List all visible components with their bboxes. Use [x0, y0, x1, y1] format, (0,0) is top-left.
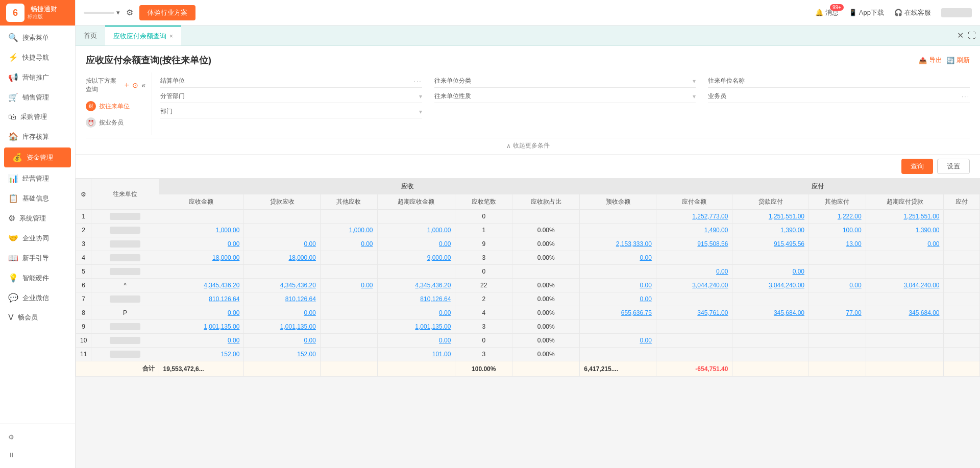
- notification-btn[interactable]: 🔔 消息 99+: [815, 8, 839, 17]
- user-menu[interactable]: [941, 8, 972, 17]
- col-recv-ratio: 应收款占比: [512, 194, 580, 210]
- gear-button[interactable]: ⚙: [126, 8, 133, 17]
- guide-icon: 📖: [8, 253, 18, 263]
- settlement-dots[interactable]: ···: [414, 78, 422, 85]
- col-loan-recv: 贷款应收: [244, 194, 321, 210]
- partner-name-input[interactable]: [748, 78, 970, 85]
- col-loan-pay: 贷款应付: [732, 194, 809, 210]
- tab-receivable[interactable]: 应收应付余额查询 ×: [105, 26, 181, 45]
- query-panel-header: 按以下方案查询 + ⊙ «: [86, 77, 145, 94]
- setting-button[interactable]: 设置: [937, 159, 970, 174]
- tab-close-window-btn[interactable]: ✕: [957, 31, 964, 40]
- add-scheme-btn[interactable]: +: [125, 81, 129, 90]
- sidebar: 6 畅捷通财 标准版 🔍 搜索菜单 ⚡ 快捷导航 📢 营销推广 🛒 销售管理 🛍…: [0, 0, 76, 468]
- footer-recv-ratio: 100.00%: [455, 361, 512, 377]
- footer-payable: -654,751.40: [656, 361, 732, 377]
- branch-dept-label: 部门: [160, 107, 173, 116]
- table-settings-icon[interactable]: ⚙: [81, 191, 86, 198]
- table-row: 10██████0.000.000.0000.00%0.00: [76, 334, 980, 348]
- sidebar-item-system[interactable]: ⚙ 系统管理: [0, 208, 75, 228]
- app-download-btn[interactable]: 📱 App下载: [849, 8, 884, 17]
- filter-layout: 按以下方案查询 + ⊙ « 财 按往来单位 ⏰ 按业务员: [86, 72, 970, 135]
- sidebar-item-guide[interactable]: 📖 新手引导: [0, 248, 75, 268]
- sidebar-item-quicknav[interactable]: ⚡ 快捷导航: [0, 47, 75, 67]
- member-icon: V: [8, 313, 14, 322]
- filter-item-branch-dept: 部门 ▾: [160, 107, 422, 118]
- refresh-icon: 🔄: [946, 57, 954, 64]
- tab-home[interactable]: 首页: [76, 26, 105, 45]
- filter-item-partner-category: 往来单位分类 ▾: [434, 77, 696, 88]
- collab-icon: 🤝: [8, 233, 18, 243]
- search-icon: 🔍: [8, 33, 18, 42]
- footer-prepay: 6,417,215....: [580, 361, 656, 377]
- company-selector[interactable]: ▾: [84, 9, 120, 16]
- tab-close-icon[interactable]: ×: [169, 33, 173, 40]
- footer-label: 合计: [76, 361, 159, 377]
- col-settings: ⚙: [76, 179, 91, 210]
- partner-nature-arrow[interactable]: ▾: [693, 93, 696, 100]
- flash-icon: ⚡: [8, 53, 18, 62]
- system-icon: ⚙: [8, 213, 15, 223]
- partner-category-arrow[interactable]: ▾: [693, 78, 696, 85]
- sidebar-item-purchase[interactable]: 🛍 采购管理: [0, 107, 75, 127]
- salesman-dots[interactable]: ···: [962, 93, 970, 100]
- headset-icon: 🎧: [894, 9, 902, 16]
- branch-dept-arrow[interactable]: ▾: [419, 108, 422, 115]
- sidebar-item-member[interactable]: V 畅会员: [0, 308, 75, 327]
- refresh-button[interactable]: 🔄 刷新: [946, 56, 970, 65]
- tab-home-label: 首页: [84, 31, 97, 40]
- action-row: 查询 设置: [76, 155, 980, 178]
- sidebar-item-finance[interactable]: 💰 资金管理: [4, 147, 71, 167]
- customer-service-btn[interactable]: 🎧 在线客服: [894, 8, 931, 17]
- sidebar-item-search[interactable]: 🔍 搜索菜单: [0, 28, 75, 47]
- tab-expand-btn[interactable]: ⛶: [968, 31, 976, 40]
- sidebar-collapse-btn[interactable]: ⏸: [0, 446, 75, 464]
- sidebar-item-marketing[interactable]: 📢 营销推广: [0, 67, 75, 87]
- dept-arrow[interactable]: ▾: [419, 93, 422, 100]
- company-dropdown-icon: ▾: [116, 9, 120, 16]
- partner-category-label: 往来单位分类: [434, 77, 471, 85]
- filter-area: 按以下方案查询 + ⊙ « 财 按往来单位 ⏰ 按业务员: [76, 72, 980, 155]
- notification-badge: 99+: [830, 4, 844, 11]
- sidebar-item-collab[interactable]: 🤝 企业协同: [0, 228, 75, 248]
- sidebar-item-base-info[interactable]: 📋 基础信息: [0, 188, 75, 208]
- page-header: 应收应付余额查询(按往来单位) 📤 导出 🔄 刷新: [76, 46, 980, 72]
- right-filter-area: 结算单位 ··· 往来单位分类 ▾ 往来单位名称: [152, 72, 970, 135]
- scheme-collapse-btn[interactable]: «: [141, 81, 145, 89]
- sidebar-menu: 🔍 搜索菜单 ⚡ 快捷导航 📢 营销推广 🛒 销售管理 🛍 采购管理 🏠 库存核…: [0, 26, 75, 424]
- partner-option-icon: 财: [86, 101, 96, 111]
- sidebar-item-operations[interactable]: 📊 经营管理: [0, 168, 75, 188]
- col-pay-amount: 应付金额: [656, 194, 732, 210]
- table-row: 1██████01,252,773.001,251,551.001,222.00…: [76, 210, 980, 224]
- salesman-option-label: 按业务员: [99, 118, 124, 127]
- sidebar-settings-btn[interactable]: ⚙: [0, 428, 75, 446]
- trial-button[interactable]: 体验行业方案: [139, 5, 195, 20]
- sidebar-item-hardware[interactable]: 💡 智能硬件: [0, 268, 75, 288]
- sidebar-item-sales[interactable]: 🛒 销售管理: [0, 87, 75, 107]
- col-overdue-pay: 超期应付贷款: [866, 194, 944, 210]
- download-icon: 📱: [849, 9, 857, 16]
- query-button[interactable]: 查询: [901, 159, 933, 174]
- col-recv-amount: 应收金额: [159, 194, 244, 210]
- salesman-label: 业务员: [708, 92, 726, 101]
- chevron-up-icon: ∧: [506, 142, 511, 150]
- footer-receivable: 19,553,472,6...: [159, 361, 244, 377]
- table-row: 5██████00.000.00: [76, 265, 980, 279]
- main-area: ▾ ⚙ 体验行业方案 🔔 消息 99+ 📱 App下载 🎧 在线客服: [76, 0, 980, 468]
- filter-item-dept: 分管部门 ▾: [160, 92, 422, 103]
- export-button[interactable]: 📤 导出: [919, 56, 942, 65]
- scheme-settings-btn[interactable]: ⊙: [132, 81, 138, 89]
- sidebar-item-inventory[interactable]: 🏠 库存核算: [0, 127, 75, 146]
- salesman-option-icon: ⏰: [86, 117, 96, 128]
- collapse-icon: ⏸: [8, 451, 15, 459]
- sales-icon: 🛒: [8, 92, 18, 102]
- query-option-partner[interactable]: 财 按往来单位: [86, 98, 145, 114]
- app-download-label: App下载: [859, 8, 884, 17]
- col-other-recv: 其他应收: [320, 194, 377, 210]
- table-row: 2██████1,000.001,000.001,000.0010.00%1,4…: [76, 224, 980, 237]
- collapse-btn[interactable]: ∧ 收起更多条件: [86, 138, 970, 150]
- top-right-actions: 🔔 消息 99+ 📱 App下载 🎧 在线客服: [815, 8, 972, 17]
- finance-icon: 💰: [12, 153, 22, 162]
- sidebar-item-wechat[interactable]: 💬 企业微信: [0, 288, 75, 308]
- query-option-salesman[interactable]: ⏰ 按业务员: [86, 114, 145, 131]
